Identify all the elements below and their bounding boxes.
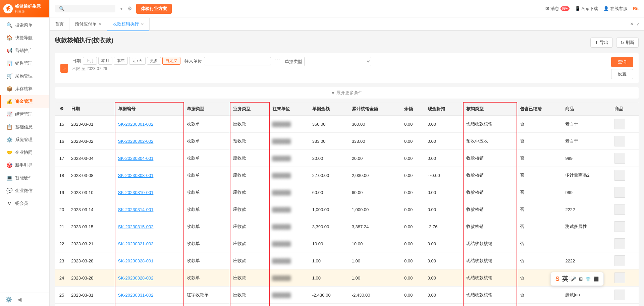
this-month-btn[interactable]: 本月	[98, 57, 112, 65]
logo-icon: 畅	[3, 4, 13, 13]
sidebar-item-label: 企业微信	[15, 188, 33, 194]
cell-doc-no: SK-20230321-003	[115, 235, 184, 252]
export-button[interactable]: ⬆ 导出	[590, 38, 613, 48]
filter-expand-button[interactable]: »	[60, 64, 68, 73]
cell-partner: ██████	[269, 269, 310, 287]
sidebar-item-guide[interactable]: 🎯 新手引导	[0, 159, 49, 172]
collapse-icon[interactable]: ◀	[17, 296, 21, 303]
cell-balance: 0.00	[401, 287, 425, 304]
sidebar-item-wechat[interactable]: 💬 企业微信	[0, 184, 49, 197]
cell-cum-write-off: 360.00	[349, 116, 401, 133]
operation-icon: 📈	[6, 111, 12, 117]
sidebar-item-purchase[interactable]: 🛒 采购管理	[0, 70, 49, 82]
cell-cum-write-off: 1.00	[349, 252, 401, 269]
cell-cum-write-off: 10.00	[349, 235, 401, 252]
table-row: 25 2023-03-31 SK-20230331-002 红字收款单 应收款 …	[55, 287, 639, 304]
cell-doc-no: SK-20230331-002	[115, 287, 184, 304]
watermark-shirt-icon: 👕	[585, 277, 591, 282]
sidebar-item-label: 营销推广	[15, 48, 33, 54]
cell-balance: 0.00	[401, 304, 425, 306]
query-button[interactable]: 查询	[611, 57, 633, 67]
cell-idx: 19	[55, 184, 68, 201]
solution-button[interactable]: 体验行业方案	[136, 4, 172, 14]
basic-icon: 📋	[6, 124, 12, 130]
purchase-icon: 🛒	[6, 73, 12, 79]
message-icon: ✉	[545, 6, 549, 11]
doc-type-select[interactable]	[304, 57, 371, 66]
cell-idx: 21	[55, 218, 68, 235]
cell-doc-type: 收款单	[184, 167, 230, 184]
doc-type-filter-group: 单据类型	[285, 57, 371, 66]
cell-goods-img	[612, 133, 639, 150]
cell-write-off-type: 预收款核销	[463, 304, 517, 306]
sales-icon: 📊	[6, 60, 12, 66]
cell-doc-type: 收款单	[184, 150, 230, 167]
cell-date: 2023-03-02	[68, 133, 115, 150]
col-cum-write-off: 累计核销金额	[349, 102, 401, 116]
last-7-days-btn[interactable]: 近7天	[129, 57, 146, 65]
cell-write-off-type: 预收中应收	[463, 133, 517, 150]
col-doc-type: 单据类型	[184, 102, 230, 116]
cell-include-settled: 否	[517, 235, 562, 252]
message-button[interactable]: ✉ 消息 99+	[545, 6, 570, 12]
sidebar-item-marketing[interactable]: 📢 营销推广	[0, 44, 49, 57]
cell-include-settled: 否	[517, 116, 562, 133]
sidebar-item-basic[interactable]: 📋 基础信息	[0, 121, 49, 133]
cell-balance: 0.00	[401, 116, 425, 133]
user-text: Rit	[633, 6, 639, 11]
cell-cum-write-off: 20.00	[349, 304, 401, 306]
sidebar-item-finance[interactable]: 💰 资金管理	[0, 95, 49, 108]
member-icon: V	[6, 201, 12, 206]
maximize-icon[interactable]: ⤢	[636, 21, 640, 26]
cell-partner: ██████	[269, 116, 310, 133]
cell-amount: -2,430.00	[310, 287, 349, 304]
cell-idx: 25	[55, 287, 68, 304]
hardware-icon: 💻	[6, 175, 12, 181]
cell-goods-img	[612, 252, 639, 269]
cell-date: 2023-03-15	[68, 218, 115, 235]
col-amount: 单据金额	[310, 102, 349, 116]
tab-home[interactable]: 首页	[50, 18, 69, 31]
custom-date-btn[interactable]: 自定义	[162, 57, 180, 65]
sidebar-item-operation[interactable]: 📈 经营管理	[0, 108, 49, 121]
sidebar-item-search[interactable]: 🔍 搜索菜单	[0, 19, 49, 32]
setting-button[interactable]: 设置	[611, 69, 633, 79]
cell-cash-discount: 0.00	[425, 287, 464, 304]
sidebar-item-enterprise[interactable]: 🤝 企业协同	[0, 146, 49, 159]
watermark-text: 英	[562, 275, 568, 283]
close-icon[interactable]: ✕	[99, 22, 102, 26]
tab-prepay[interactable]: 预付应付单 ✕	[69, 18, 107, 31]
cell-include-settled: 否	[517, 201, 562, 218]
sidebar-item-member[interactable]: V 畅会员	[0, 197, 49, 210]
sidebar-item-hardware[interactable]: 💻 智能硬件	[0, 172, 49, 184]
refresh-button[interactable]: ↻ 刷新	[616, 38, 639, 48]
cell-cum-write-off: 333.00	[349, 133, 401, 150]
online-service-button[interactable]: 👤 在线客服	[603, 6, 628, 12]
close-icon[interactable]: ✕	[141, 22, 144, 26]
sidebar-item-quicknav[interactable]: 🏠 快捷导航	[0, 32, 49, 44]
sidebar-item-system[interactable]: ⚙️ 系统管理	[0, 133, 49, 146]
tab-collection[interactable]: 收款核销执行 ✕	[107, 18, 150, 31]
topbar-search[interactable]: 🔍	[55, 5, 115, 12]
partner-input[interactable]	[204, 57, 271, 65]
gear-icon[interactable]: ⚙	[127, 5, 132, 12]
message-badge: 99+	[560, 6, 570, 11]
last-month-btn[interactable]: 上月	[83, 57, 97, 65]
sidebar-item-label: 搜索菜单	[15, 22, 33, 28]
sidebar-item-inventory[interactable]: 📦 库存核算	[0, 82, 49, 95]
cell-goods: 测试多属性	[562, 218, 612, 235]
cell-write-off-type: 收款核销	[463, 167, 517, 184]
close-all-icon[interactable]: ✕	[630, 21, 634, 26]
this-year-btn[interactable]: 本年	[114, 57, 128, 65]
system-icon: ⚙️	[6, 137, 12, 143]
more-date-btn[interactable]: 更多	[147, 57, 161, 65]
cell-balance: 0.00	[401, 235, 425, 252]
sidebar-item-sales[interactable]: 📊 销售管理	[0, 57, 49, 70]
app-download-button[interactable]: 📱 App下载	[575, 6, 598, 12]
settings-icon[interactable]: ⚙️	[5, 296, 12, 303]
user-avatar[interactable]: Rit	[633, 6, 639, 11]
expand-more-button[interactable]: ▼ 展开更多条件	[55, 88, 639, 97]
col-partner: 往来单位	[269, 102, 310, 116]
filter-date-row: 日期 上月 本月 本年 近7天 更多 自定义	[72, 57, 180, 65]
enterprise-icon: 🤝	[6, 149, 12, 156]
